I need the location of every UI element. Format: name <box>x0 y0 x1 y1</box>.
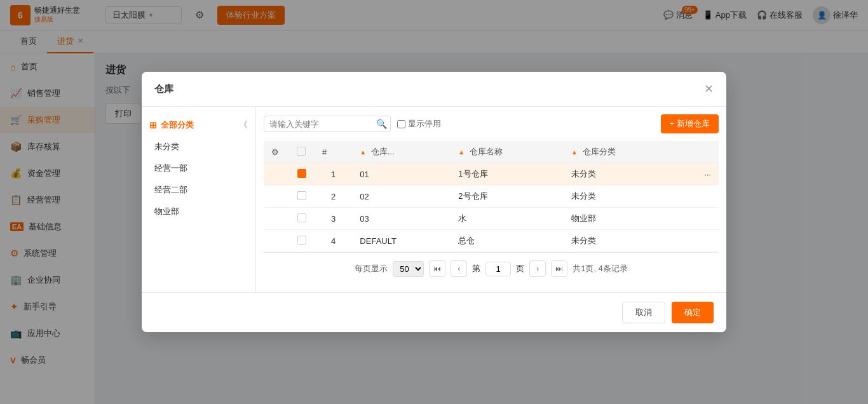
modal-overlay: 仓库 ✕ ⊞ 全部分类 《 未分类 经营一部 经营二部 物业部 <box>0 0 868 404</box>
show-disabled-checkbox[interactable] <box>397 120 405 128</box>
table-area: 🔍 显示停用 + 新增仓库 ⚙ <box>256 107 726 292</box>
row-check[interactable] <box>289 208 315 230</box>
last-page-button[interactable]: ⏭ <box>551 260 567 277</box>
col-header-gear[interactable]: ⚙ <box>264 141 289 163</box>
select-all-checkbox[interactable] <box>297 147 306 156</box>
per-page-select[interactable]: 50 <box>393 261 424 277</box>
row-num: 2 <box>315 185 352 208</box>
category-header-label: ⊞ 全部分类 <box>149 119 194 131</box>
row-category: 未分类 <box>564 230 677 252</box>
table-row[interactable]: 2 02 2号仓库 未分类 <box>264 185 719 208</box>
row-more-button[interactable] <box>677 208 719 230</box>
prev-page-button[interactable]: ‹ <box>451 260 467 277</box>
row-gear <box>264 230 289 252</box>
modal-header: 仓库 ✕ <box>142 72 726 107</box>
row-checkbox[interactable] <box>297 236 306 245</box>
sort-icon-code: ▲ <box>360 149 366 156</box>
col-header-name[interactable]: ▲ 仓库名称 <box>451 141 564 163</box>
category-collapse-button[interactable]: 《 <box>239 119 248 131</box>
row-check[interactable] <box>289 230 315 252</box>
confirm-button[interactable]: 确定 <box>672 302 714 323</box>
pagination: 每页显示 50 ⏮ ‹ 第 页 › ⏭ 共1页, 4条记录 <box>264 252 719 285</box>
row-more-button[interactable]: ··· <box>677 163 719 185</box>
table-header-row: ⚙ # ▲ 仓库... ▲ 仓 <box>264 141 719 163</box>
modal-body: ⊞ 全部分类 《 未分类 经营一部 经营二部 物业部 🔍 <box>142 107 726 292</box>
row-gear <box>264 163 289 185</box>
show-disabled-option: 显示停用 <box>397 118 441 130</box>
page-unit: 页 <box>516 263 524 274</box>
modal-footer: 取消 确定 <box>142 292 726 332</box>
row-more-button[interactable] <box>677 230 719 252</box>
category-all-label[interactable]: 全部分类 <box>161 119 194 131</box>
col-header-code[interactable]: ▲ 仓库... <box>352 141 451 163</box>
page-number-input[interactable] <box>485 262 511 276</box>
cat-item-dept2[interactable]: 经营二部 <box>142 179 255 201</box>
row-more-button[interactable] <box>677 185 719 208</box>
row-name: 1号仓库 <box>451 163 564 185</box>
page-total: 共1页, 4条记录 <box>573 263 628 274</box>
table-row[interactable]: 1 01 1号仓库 未分类 ··· <box>264 163 719 185</box>
row-checkbox[interactable] <box>297 213 306 222</box>
table-row[interactable]: 3 03 水 物业部 <box>264 208 719 230</box>
cat-item-dept1[interactable]: 经营一部 <box>142 158 255 179</box>
sort-icon-name: ▲ <box>458 149 465 156</box>
row-num: 1 <box>315 163 352 185</box>
row-check[interactable] <box>289 163 315 185</box>
row-code: DEFAULT <box>352 230 451 252</box>
category-sidebar: ⊞ 全部分类 《 未分类 经营一部 经营二部 物业部 <box>142 107 256 292</box>
row-name: 2号仓库 <box>451 185 564 208</box>
page-label: 第 <box>472 263 480 274</box>
col-header-action <box>677 141 719 163</box>
next-page-button[interactable]: › <box>529 260 546 277</box>
row-gear <box>264 208 289 230</box>
row-code: 02 <box>352 185 451 208</box>
add-warehouse-button[interactable]: + 新增仓库 <box>661 114 719 133</box>
table-row[interactable]: 4 DEFAULT 总仓 未分类 <box>264 230 719 252</box>
grid-icon: ⊞ <box>149 120 157 130</box>
row-category: 未分类 <box>564 163 677 185</box>
col-header-num: # <box>315 141 352 163</box>
table-toolbar: 🔍 显示停用 + 新增仓库 <box>264 114 719 133</box>
row-num: 4 <box>315 230 352 252</box>
modal-close-button[interactable]: ✕ <box>704 82 714 96</box>
modal-title: 仓库 <box>154 83 173 95</box>
cancel-button[interactable]: 取消 <box>622 302 665 323</box>
search-icon[interactable]: 🔍 <box>376 119 387 129</box>
show-disabled-label: 显示停用 <box>408 118 441 130</box>
row-code: 03 <box>352 208 451 230</box>
row-num: 3 <box>315 208 352 230</box>
search-input[interactable] <box>269 119 376 129</box>
row-category: 未分类 <box>564 185 677 208</box>
row-name: 总仓 <box>451 230 564 252</box>
warehouse-table: ⚙ # ▲ 仓库... ▲ 仓 <box>264 141 719 252</box>
warehouse-modal: 仓库 ✕ ⊞ 全部分类 《 未分类 经营一部 经营二部 物业部 <box>142 72 726 332</box>
row-category: 物业部 <box>564 208 677 230</box>
row-name: 水 <box>451 208 564 230</box>
row-gear <box>264 185 289 208</box>
search-box: 🔍 <box>264 116 391 132</box>
per-page-label: 每页显示 <box>355 263 388 274</box>
gear-col-icon: ⚙ <box>271 147 279 157</box>
category-header: ⊞ 全部分类 《 <box>142 114 255 136</box>
row-checkbox[interactable] <box>297 169 306 178</box>
sort-icon-category: ▲ <box>571 149 578 156</box>
cat-item-unclassified[interactable]: 未分类 <box>142 136 255 158</box>
cat-item-property[interactable]: 物业部 <box>142 201 255 222</box>
col-header-category[interactable]: ▲ 仓库分类 <box>564 141 677 163</box>
row-check[interactable] <box>289 185 315 208</box>
col-header-check[interactable] <box>289 141 315 163</box>
first-page-button[interactable]: ⏮ <box>429 260 445 277</box>
row-checkbox[interactable] <box>297 191 306 200</box>
row-code: 01 <box>352 163 451 185</box>
